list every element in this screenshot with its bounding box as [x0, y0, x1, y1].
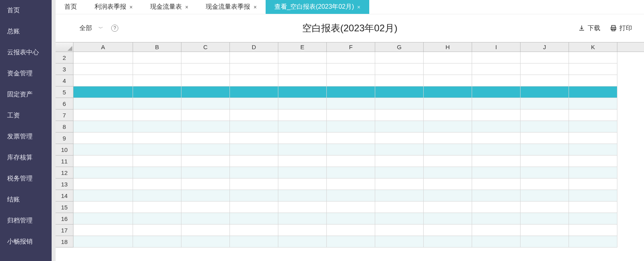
cell[interactable]: [278, 98, 327, 109]
cell[interactable]: [133, 52, 181, 63]
cell[interactable]: [424, 121, 472, 132]
cell[interactable]: [230, 144, 278, 155]
cell[interactable]: [569, 121, 617, 132]
cell[interactable]: [327, 202, 375, 213]
sidebar-item-ledger[interactable]: 总账: [0, 21, 52, 42]
cell[interactable]: [472, 190, 521, 202]
column-header[interactable]: H: [424, 42, 472, 52]
cell[interactable]: [472, 132, 521, 144]
cell[interactable]: [181, 167, 230, 178]
cell[interactable]: [73, 167, 133, 178]
column-header[interactable]: F: [327, 42, 375, 52]
sidebar-item-cloud-reports[interactable]: 云报表中心: [0, 42, 52, 63]
cell[interactable]: [230, 155, 278, 167]
cell[interactable]: [424, 225, 472, 236]
cell[interactable]: [73, 86, 133, 98]
cell[interactable]: [375, 178, 424, 190]
row-header[interactable]: 18: [56, 236, 73, 248]
cell[interactable]: [133, 190, 181, 202]
cell[interactable]: [472, 213, 521, 225]
cell[interactable]: [375, 52, 424, 63]
cell[interactable]: [472, 52, 521, 63]
cell[interactable]: [424, 132, 472, 144]
cell[interactable]: [230, 178, 278, 190]
cell[interactable]: [181, 190, 230, 202]
cell[interactable]: [472, 121, 521, 132]
sidebar-item-tax[interactable]: 税务管理: [0, 168, 52, 189]
cell[interactable]: [569, 63, 617, 75]
cell[interactable]: [133, 225, 181, 236]
cell[interactable]: [278, 178, 327, 190]
help-icon[interactable]: ?: [111, 25, 118, 32]
chevron-down-icon[interactable]: ﹀: [98, 25, 103, 32]
cell[interactable]: [569, 190, 617, 202]
sidebar-item-archive[interactable]: 归档管理: [0, 210, 52, 231]
cell[interactable]: [521, 202, 569, 213]
row-header[interactable]: 2: [56, 52, 73, 63]
row-header[interactable]: 8: [56, 121, 73, 132]
cell[interactable]: [230, 236, 278, 248]
cell[interactable]: [569, 155, 617, 167]
sidebar-item-invoice[interactable]: 发票管理: [0, 126, 52, 147]
tab-cashflow-quarterly[interactable]: 现金流量表季报 ×: [197, 0, 265, 14]
cell[interactable]: [133, 98, 181, 109]
cell[interactable]: [73, 109, 133, 121]
cell[interactable]: [278, 63, 327, 75]
cell[interactable]: [278, 155, 327, 167]
cell[interactable]: [73, 236, 133, 248]
row-header[interactable]: 7: [56, 109, 73, 121]
cell[interactable]: [424, 155, 472, 167]
cell[interactable]: [375, 167, 424, 178]
cell[interactable]: [375, 225, 424, 236]
cell[interactable]: [278, 213, 327, 225]
cell[interactable]: [424, 144, 472, 155]
cell[interactable]: [278, 52, 327, 63]
cell[interactable]: [327, 109, 375, 121]
row-header[interactable]: 4: [56, 75, 73, 86]
cell[interactable]: [375, 144, 424, 155]
select-all-corner[interactable]: [56, 42, 73, 52]
cell[interactable]: [230, 167, 278, 178]
cell[interactable]: [133, 63, 181, 75]
cell[interactable]: [472, 75, 521, 86]
cell[interactable]: [181, 178, 230, 190]
cell[interactable]: [278, 86, 327, 98]
cell[interactable]: [327, 236, 375, 248]
cell[interactable]: [278, 109, 327, 121]
cell[interactable]: [521, 109, 569, 121]
cell[interactable]: [278, 167, 327, 178]
cell[interactable]: [327, 155, 375, 167]
close-icon[interactable]: ×: [357, 4, 361, 10]
sidebar-item-salary[interactable]: 工资: [0, 105, 52, 126]
cell[interactable]: [181, 144, 230, 155]
cell[interactable]: [569, 144, 617, 155]
row-header[interactable]: 11: [56, 155, 73, 167]
cell[interactable]: [133, 155, 181, 167]
row-header[interactable]: 15: [56, 202, 73, 213]
column-header[interactable]: I: [472, 42, 521, 52]
cell[interactable]: [472, 109, 521, 121]
cell[interactable]: [327, 121, 375, 132]
download-button[interactable]: 下载: [578, 24, 600, 33]
cell[interactable]: [569, 202, 617, 213]
cell[interactable]: [133, 213, 181, 225]
cell[interactable]: [472, 98, 521, 109]
cell[interactable]: [73, 178, 133, 190]
cell[interactable]: [521, 132, 569, 144]
cell[interactable]: [472, 202, 521, 213]
cell[interactable]: [327, 132, 375, 144]
cell[interactable]: [327, 86, 375, 98]
cell[interactable]: [278, 202, 327, 213]
cell[interactable]: [424, 178, 472, 190]
cell[interactable]: [278, 132, 327, 144]
sidebar-item-inventory[interactable]: 库存核算: [0, 147, 52, 168]
cell[interactable]: [181, 155, 230, 167]
cell[interactable]: [278, 144, 327, 155]
cell[interactable]: [569, 98, 617, 109]
close-icon[interactable]: ×: [253, 4, 256, 10]
cell[interactable]: [230, 63, 278, 75]
cell[interactable]: [521, 178, 569, 190]
cell[interactable]: [327, 75, 375, 86]
cell[interactable]: [472, 144, 521, 155]
cell[interactable]: [424, 190, 472, 202]
